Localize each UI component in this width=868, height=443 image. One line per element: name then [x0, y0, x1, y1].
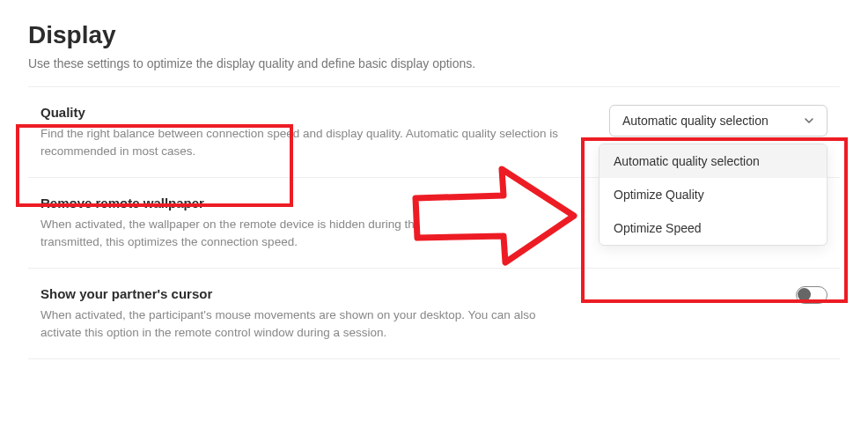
- dropdown-option-optimize-speed[interactable]: Optimize Speed: [600, 211, 827, 245]
- setting-row-cursor: Show your partner's cursor When activate…: [28, 269, 840, 359]
- setting-text-quality: Quality Find the right balance between c…: [40, 105, 577, 159]
- setting-desc-wallpaper: When activated, the wallpaper on the rem…: [40, 216, 577, 250]
- setting-row-quality: Quality Find the right balance between c…: [28, 87, 840, 178]
- dropdown-option-automatic[interactable]: Automatic quality selection: [600, 144, 827, 178]
- setting-text-wallpaper: Remove remote wallpaper When activated, …: [40, 196, 577, 250]
- chevron-down-icon: [804, 115, 814, 126]
- quality-dropdown-menu: Automatic quality selection Optimize Qua…: [599, 144, 828, 246]
- cursor-toggle[interactable]: [796, 286, 828, 304]
- control-area-quality: Automatic quality selection Automatic qu…: [599, 105, 828, 137]
- quality-dropdown[interactable]: Automatic quality selection: [609, 105, 828, 137]
- setting-text-cursor: Show your partner's cursor When activate…: [40, 286, 577, 341]
- setting-desc-cursor: When activated, the participant's mouse …: [40, 306, 577, 341]
- setting-desc-quality: Find the right balance between connectio…: [40, 125, 577, 159]
- toggle-knob: [798, 288, 811, 301]
- control-area-cursor: [599, 286, 828, 304]
- setting-title-wallpaper: Remove remote wallpaper: [40, 196, 577, 210]
- setting-title-quality: Quality: [40, 105, 577, 120]
- quality-dropdown-label: Automatic quality selection: [622, 114, 769, 128]
- dropdown-option-optimize-quality[interactable]: Optimize Quality: [600, 178, 827, 211]
- page-title: Display: [28, 21, 840, 49]
- page-subtitle: Use these settings to optimize the displ…: [28, 56, 840, 70]
- setting-title-cursor: Show your partner's cursor: [40, 286, 577, 301]
